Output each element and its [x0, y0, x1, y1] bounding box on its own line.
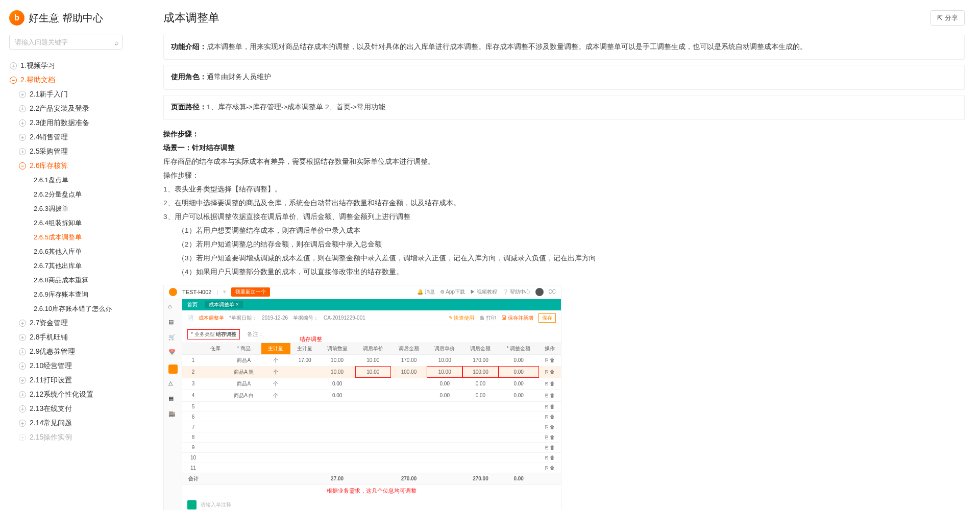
nav-label: 2.6.4组装拆卸单 — [34, 218, 82, 228]
nav-2-6-1[interactable]: 2.6.1盘点单 — [9, 173, 122, 187]
step-3d: （4）如果用户只调整部分数量的成本，可以直接修改带出的结存数量。 — [163, 265, 965, 279]
nav-2-6-6[interactable]: 2.6.6其他入库单 — [9, 245, 122, 259]
nav-2-7[interactable]: +2.7资金管理 — [9, 316, 122, 330]
nav-2-8[interactable]: +2.8手机旺铺 — [9, 330, 122, 345]
nav-2-6-2[interactable]: 2.6.2分量盘点单 — [9, 187, 122, 202]
shot-code-label: 单据编号： — [293, 314, 318, 322]
rail-icon: 🛒 — [168, 334, 178, 343]
shot-app: App下载 — [446, 289, 465, 295]
rail-icon: 📅 — [168, 349, 178, 358]
nav-label: 2.11打印设置 — [30, 376, 72, 385]
nav-2-6-4[interactable]: 2.6.4组装拆卸单 — [9, 216, 122, 230]
nav-2-3[interactable]: +2.3使用前数据准备 — [9, 116, 122, 130]
rail-icon: 🏬 — [168, 410, 178, 420]
shot-video: 视频教程 — [477, 289, 497, 295]
share-button[interactable]: ⇱分享 — [930, 10, 965, 26]
share-label: 分享 — [945, 13, 958, 22]
nav-2-14[interactable]: +2.14常见问题 — [9, 416, 122, 430]
shot-date: 2019-12-26 — [262, 315, 288, 321]
grid-row: 3商品A个0.000.000.000.00⎘ 🗑 — [182, 378, 561, 390]
nav-2-4[interactable]: +2.4销售管理 — [9, 130, 122, 144]
step-3b: （2）若用户知道调整总的结存金额，则在调后金额中录入总金额 — [163, 237, 965, 251]
shot-print: 打印 — [486, 315, 496, 321]
shot-form-row: * 业务类型 结存调整 备注： 结存调整 — [182, 326, 561, 343]
nav-2-6-9[interactable]: 2.6.9库存账本查询 — [9, 287, 122, 302]
nav-2-2[interactable]: +2.2产品安装及登录 — [9, 102, 122, 116]
scene-heading: 场景一：针对结存调整 — [163, 141, 965, 155]
biztype-value: 结存调整 — [216, 331, 236, 337]
step-3c: （3）若用户知道要调增或调减的成本差值，则在调整金额中录入差值，调增录入正值，记… — [163, 251, 965, 265]
role-text: 通常由财务人员维护 — [207, 73, 271, 81]
grid-row: 10⎘ 🗑 — [182, 452, 561, 463]
path-box: 页面路径：1、库存核算->库存管理->成本调整单 2、首页->常用功能 — [163, 95, 965, 120]
nav-label: 2.6.5成本调整单 — [34, 233, 82, 242]
nav-label: 2.6.3调拨单 — [34, 204, 68, 213]
grid-header: * 商品 — [226, 343, 261, 355]
grid-header: * 调整金额 — [499, 343, 539, 355]
brand-title: 好生意 帮助中心 — [29, 11, 103, 25]
shot-crumb: 📄成本调整单 *单据日期：2019-12-26 单据编号：CA-20191229… — [182, 310, 561, 326]
shot-tab-active: 成本调整单 × — [205, 301, 243, 308]
remark-label: 备注： — [247, 330, 264, 338]
nav-label: 2.2产品安装及登录 — [30, 104, 89, 113]
nav-label: 2.6.9库存账本查询 — [34, 290, 88, 299]
nav-label: 2.14常见问题 — [30, 419, 72, 428]
nav-2-9[interactable]: +2.9优惠券管理 — [9, 345, 122, 359]
shot-org: TEST-H002 — [182, 289, 211, 295]
grid-header: 调后单价 — [355, 343, 391, 355]
steps-heading: 操作步骤： — [163, 127, 965, 141]
nav-label: 2.8手机旺铺 — [30, 333, 68, 342]
grid-header: 调后金额 — [391, 343, 427, 355]
grid-header: 主计量 — [261, 343, 290, 355]
annotation-1: 结存调整 — [300, 335, 322, 343]
search-input[interactable] — [9, 35, 122, 50]
nav-label: 2.15操作实例 — [30, 433, 72, 442]
shot-user: CC — [549, 289, 556, 295]
step-1: 1、表头业务类型选择【结存调整】。 — [163, 182, 965, 196]
shot-avatar-icon — [535, 288, 544, 296]
nav-label: 2.12系统个性化设置 — [30, 390, 93, 399]
nav-2-6[interactable]: −2.6库存核算 — [9, 159, 122, 173]
nav-label: 2.13在线支付 — [30, 404, 72, 414]
footer-icon — [187, 500, 197, 509]
grid-header: 主计量 — [290, 343, 320, 355]
main-content: 成本调整单 ⇱分享 功能介绍：成本调整单，用来实现对商品结存成本的调整，以及针对… — [128, 0, 980, 510]
grid-row: 8⎘ 🗑 — [182, 432, 561, 442]
shot-help: 帮助中心 — [510, 289, 530, 295]
grid-header: 操作 — [539, 343, 561, 355]
nav-label: 2.6库存核算 — [30, 161, 68, 171]
step-3: 3、用户可以根据调整依据直接在调后单价、调后金额、调整金额列上进行调整 — [163, 210, 965, 224]
nav-2-5[interactable]: +2.5采购管理 — [9, 144, 122, 159]
nav-2-6-8[interactable]: 2.6.8商品成本重算 — [9, 273, 122, 287]
sidebar: b 好生意 帮助中心 ⌕ +1.视频学习 −2.帮助文档 +2.1新手入门 +2… — [0, 0, 128, 510]
brand: b 好生意 帮助中心 — [9, 10, 122, 26]
search-icon[interactable]: ⌕ — [114, 38, 118, 46]
nav-label: 2.7资金管理 — [30, 319, 68, 328]
nav-2-6-10[interactable]: 2.6.10库存账本错了怎么办 — [9, 302, 122, 316]
rail-icon: △ — [168, 380, 178, 389]
nav-label: 2.9优惠券管理 — [30, 347, 75, 356]
nav-2-11[interactable]: +2.11打印设置 — [9, 373, 122, 387]
grid-header — [182, 343, 204, 355]
grid-row: 1商品A个17.0010.0010.00170.0010.00170.000.0… — [182, 354, 561, 366]
step-2: 2、在明细中选择要调整的商品及仓库，系统会自动带出结存数量和结存金额，以及结存成… — [163, 196, 965, 210]
grid-row: 6⎘ 🗑 — [182, 411, 561, 422]
nav-2-6-5[interactable]: 2.6.5成本调整单 — [9, 230, 122, 245]
nav-video[interactable]: +1.视频学习 — [9, 59, 122, 73]
nav-docs[interactable]: −2.帮助文档 — [9, 73, 122, 87]
nav-2-6-7[interactable]: 2.6.7其他出库单 — [9, 259, 122, 273]
shot-code: CA-20191229-001 — [324, 315, 365, 321]
grid-row: 2商品A 黑个10.0010.00100.0010.00100.000.00⎘ … — [182, 366, 561, 378]
nav-2-1[interactable]: +2.1新手入门 — [9, 87, 122, 102]
grid-row: 11⎘ 🗑 — [182, 463, 561, 473]
shot-grid: 仓库* 商品主计量主计量调前数量调后单价调后金额调后单价调后金额* 调整金额操作… — [182, 343, 561, 485]
nav-2-10[interactable]: +2.10经营管理 — [9, 359, 122, 373]
search-box: ⌕ — [9, 35, 122, 50]
nav-2-6-3[interactable]: 2.6.3调拨单 — [9, 202, 122, 216]
nav-2-15[interactable]: +2.15操作实例 — [9, 430, 122, 445]
nav-2-12[interactable]: +2.12系统个性化设置 — [9, 387, 122, 402]
grid-row: 4商品A 白个0.000.000.000.00⎘ 🗑 — [182, 390, 561, 401]
rail-icon: ▦ — [168, 395, 178, 404]
grid-header: 仓库 — [204, 343, 226, 355]
nav-2-13[interactable]: +2.13在线支付 — [9, 402, 122, 416]
